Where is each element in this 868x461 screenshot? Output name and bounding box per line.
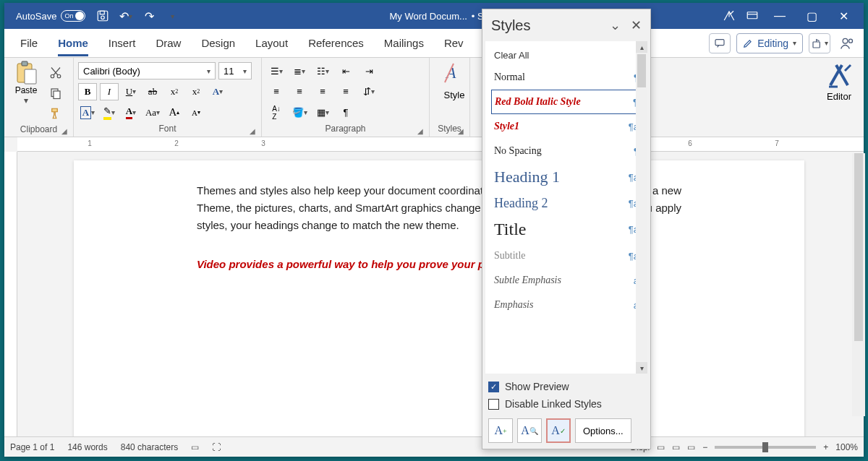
maximize-button[interactable]: ▢	[796, 4, 827, 27]
font-size-select[interactable]: 11▾	[218, 62, 252, 79]
styles-pane-close-icon[interactable]: ✕	[631, 17, 642, 33]
tab-references[interactable]: References	[298, 29, 374, 58]
tab-design[interactable]: Design	[191, 29, 245, 58]
style-inspector-button[interactable]: A🔍	[517, 418, 542, 443]
share-button[interactable]: ▾	[809, 33, 830, 53]
tab-mailings[interactable]: Mailings	[374, 29, 434, 58]
underline-button[interactable]: U▾	[122, 83, 140, 100]
minimize-button[interactable]: —	[764, 4, 796, 27]
ribbon-reader-icon[interactable]	[718, 4, 741, 27]
styles-pane-dropdown-icon[interactable]: ⌄	[610, 17, 621, 33]
style-item-3[interactable]: No Spacing¶	[491, 139, 646, 163]
style-item-2[interactable]: Style1¶a	[491, 114, 646, 139]
paste-button[interactable]: Paste▾	[9, 61, 43, 123]
format-painter-icon[interactable]	[46, 104, 65, 123]
qat-customize-icon[interactable]: ▾	[161, 4, 184, 27]
status-chars[interactable]: 840 characters	[121, 442, 178, 452]
view-read-icon[interactable]: ▭	[657, 442, 665, 452]
font-color-button[interactable]: A▾	[122, 104, 140, 121]
line-spacing-button[interactable]: ⇵▾	[359, 83, 379, 100]
vertical-ruler[interactable]	[4, 152, 17, 436]
grow-font-button[interactable]: A▴	[165, 104, 184, 121]
cut-icon[interactable]	[46, 64, 65, 82]
vertical-scrollbar[interactable]	[852, 153, 865, 416]
justify-button[interactable]: ≡	[336, 83, 356, 100]
bold-button[interactable]: B	[78, 83, 97, 100]
styles-launcher-icon[interactable]: ◢	[458, 127, 464, 135]
document-page[interactable]: Themes and styles also help keep your do…	[74, 160, 804, 436]
status-readmode-icon[interactable]: ▭	[191, 442, 199, 452]
view-print-icon[interactable]: ▭	[672, 442, 680, 452]
new-style-button[interactable]: A+	[488, 418, 513, 443]
borders-button[interactable]: ▦▾	[312, 104, 333, 121]
style-item-0[interactable]: Normal¶	[491, 65, 646, 90]
align-center-button[interactable]: ≡	[289, 83, 310, 100]
align-left-button[interactable]: ≡	[266, 83, 286, 100]
status-accessibility-icon[interactable]: ⛶	[212, 442, 221, 452]
tab-home[interactable]: Home	[48, 29, 98, 58]
increase-indent-button[interactable]: ⇥	[359, 62, 379, 79]
tab-insert[interactable]: Insert	[98, 29, 146, 58]
style-item-1[interactable]: Red Bold Italic Style¶	[491, 90, 646, 114]
style-item-4[interactable]: Heading 1¶a	[491, 163, 646, 191]
paragraph-group-label: Paragraph	[325, 124, 365, 134]
numbering-button[interactable]: ≣▾	[289, 62, 310, 79]
status-words[interactable]: 146 words	[67, 442, 107, 452]
change-case-button[interactable]: Aa▾	[143, 104, 162, 121]
subscript-button[interactable]: x2	[165, 83, 184, 100]
close-button[interactable]: ✕	[827, 4, 859, 27]
account-icon[interactable]	[836, 33, 858, 53]
undo-icon[interactable]: ↶▾	[114, 4, 137, 27]
text-effects-button[interactable]: A▾	[208, 83, 227, 100]
ribbon-display-icon[interactable]	[741, 4, 764, 27]
tab-layout[interactable]: Layout	[245, 29, 298, 58]
paragraph-launcher-icon[interactable]: ◢	[417, 127, 423, 135]
redo-icon[interactable]: ↷	[137, 4, 161, 27]
strikethrough-button[interactable]: ab	[143, 83, 162, 100]
save-icon[interactable]	[91, 4, 114, 27]
comments-button[interactable]	[709, 33, 731, 53]
style-item-5[interactable]: Heading 2¶a	[491, 191, 646, 215]
italic-button[interactable]: I	[100, 83, 119, 100]
view-web-icon[interactable]: ▭	[687, 442, 695, 452]
multilevel-button[interactable]: ☷▾	[312, 62, 333, 79]
sort-button[interactable]: A↓Z	[266, 104, 286, 121]
manage-styles-button[interactable]: A✓	[546, 418, 571, 443]
style-item-6[interactable]: Title¶a	[491, 215, 646, 244]
font-color-outline-button[interactable]: A▾	[78, 104, 97, 121]
disable-linked-checkbox[interactable]: Disable Linked Styles	[488, 395, 644, 413]
show-preview-checkbox[interactable]: ✓Show Preview	[488, 378, 644, 395]
styles-gallery-button[interactable]: A Style	[434, 61, 475, 100]
font-name-select[interactable]: Calibri (Body)▾	[78, 62, 216, 79]
zoom-slider[interactable]	[715, 446, 816, 449]
style-clear-all[interactable]: Clear All	[491, 46, 646, 65]
style-item-7[interactable]: Subtitle¶a	[491, 244, 646, 268]
show-marks-button[interactable]: ¶	[336, 104, 356, 121]
shrink-font-button[interactable]: A▾	[187, 104, 205, 121]
style-item-8[interactable]: Subtle Emphasisa	[491, 268, 646, 293]
highlight-button[interactable]: ✎▾	[100, 104, 119, 121]
tab-file[interactable]: File	[10, 29, 48, 58]
zoom-in-button[interactable]: +	[823, 442, 828, 452]
status-page[interactable]: Page 1 of 1	[10, 442, 54, 452]
tab-draw[interactable]: Draw	[145, 29, 191, 58]
style-item-9[interactable]: Emphasisa	[491, 293, 646, 317]
options-button[interactable]: Options...	[575, 418, 631, 443]
bullets-button[interactable]: ☰▾	[266, 62, 286, 79]
editing-mode-button[interactable]: Editing▾	[736, 33, 803, 53]
tab-review[interactable]: Rev	[434, 29, 474, 58]
copy-icon[interactable]	[46, 84, 65, 103]
decrease-indent-button[interactable]: ⇤	[336, 62, 356, 79]
styles-scrollbar[interactable]: ▴▾	[636, 41, 647, 374]
clipboard-launcher-icon[interactable]: ◢	[61, 127, 67, 135]
shading-button[interactable]: 🪣▾	[289, 104, 310, 121]
font-launcher-icon[interactable]: ◢	[250, 127, 255, 135]
horizontal-ruler[interactable]: 1 2 3 6 7	[17, 137, 864, 152]
title-bar: AutoSave On ↶▾ ↷ ▾ My Word Docum... • Sa…	[4, 3, 864, 29]
align-right-button[interactable]: ≡	[312, 83, 333, 100]
superscript-button[interactable]: x2	[187, 83, 205, 100]
editor-button[interactable]: Editor	[816, 61, 862, 102]
zoom-level[interactable]: 100%	[835, 442, 858, 452]
zoom-out-button[interactable]: −	[702, 442, 707, 452]
autosave-toggle[interactable]: On	[61, 10, 85, 22]
